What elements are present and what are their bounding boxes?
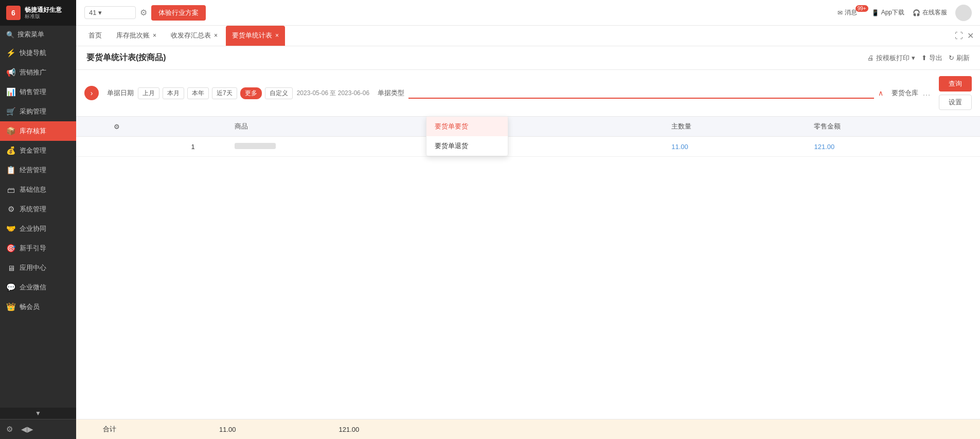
sidebar-item-system[interactable]: ⚙ 系统管理 <box>0 199 76 219</box>
dropdown-item-return-goods[interactable]: 要货单退货 <box>426 136 508 156</box>
table-settings-icon[interactable]: ⚙ <box>114 123 120 131</box>
sidebar-item-inventory[interactable]: 📦 库存核算 <box>0 121 76 141</box>
query-button[interactable]: 查询 <box>939 76 972 92</box>
sidebar-item-marketing[interactable]: 📢 营销推广 <box>0 63 76 82</box>
table-footer: 合计 11.00 121.00 <box>76 419 980 439</box>
table-body: 1 块 11.00 121.00 <box>76 137 980 157</box>
sidebar-item-purchase[interactable]: 🛒 采购管理 <box>0 102 76 121</box>
settings-icon[interactable]: ⚙ <box>6 425 13 434</box>
sidebar-item-finance[interactable]: 💰 资金管理 <box>0 141 76 160</box>
tab-maximize-icon[interactable]: ⛶ <box>955 31 963 41</box>
tab-collect-summary[interactable]: 收发存汇总表 × <box>165 26 224 46</box>
date-quick-btns: 上月 本月 本年 近7天 更多 自定义 <box>138 87 293 99</box>
row-qty-cell: 11.00 <box>665 137 808 157</box>
dropdown-item-request-goods[interactable]: 要货单要货 <box>426 117 508 136</box>
appstore-icon: 🖥 <box>6 264 15 272</box>
sidebar-item-wechat[interactable]: 💬 企业微信 <box>0 278 76 297</box>
footer-amount: 121.00 <box>339 426 360 433</box>
sidebar-item-quick-nav[interactable]: ⚡ 快捷导航 <box>0 43 76 63</box>
date-custom-btn[interactable]: 自定义 <box>265 87 293 99</box>
online-service-item[interactable]: 🎧 在线客服 <box>913 8 947 17</box>
sidebar-bottom: ⚙ ◀▶ <box>0 419 76 439</box>
date-btn-this-month[interactable]: 本月 <box>163 87 184 99</box>
branch-selector[interactable]: 41 ▾ <box>84 6 136 19</box>
app-logo-icon: 6 <box>6 6 21 20</box>
app-logo-text: 畅捷通好生意 标准版 <box>25 6 62 20</box>
system-icon: ⚙ <box>6 205 15 214</box>
chevron-down-icon: ▾ <box>98 9 102 16</box>
footer-label: 合计 <box>82 425 116 434</box>
product-placeholder <box>235 143 276 149</box>
sidebar-item-appstore[interactable]: 🖥 应用中心 <box>0 258 76 278</box>
col-header-gear[interactable]: ⚙ <box>76 117 157 137</box>
sidebar-search[interactable]: 🔍 搜索菜单 <box>0 26 76 43</box>
footer-qty: 11.00 <box>219 426 236 433</box>
tabs-actions: ⛶ ✕ <box>955 31 974 41</box>
page-content: 要货单统计表(按商品) 🖨 按模板打印 ▾ ⬆ 导出 ↻ 刷新 <box>76 46 980 439</box>
purchase-icon: 🛒 <box>6 107 15 116</box>
type-filter-label: 单据类型 <box>378 88 404 98</box>
sidebar-item-sales[interactable]: 📊 销售管理 <box>0 82 76 102</box>
filter-bar: › 单据日期 上月 本月 本年 近7天 更多 自定义 2023-05-06 至 … <box>76 70 980 117</box>
guide-icon: 🎯 <box>6 244 15 253</box>
tab-request-summary[interactable]: 要货单统计表 × <box>226 26 285 46</box>
date-btn-last-month[interactable]: 上月 <box>138 87 159 99</box>
tab-close-inventory-batch[interactable]: × <box>153 32 156 39</box>
page-header-actions: 🖨 按模板打印 ▾ ⬆ 导出 ↻ 刷新 <box>867 53 970 69</box>
page-header: 要货单统计表(按商品) 🖨 按模板打印 ▾ ⬆ 导出 ↻ 刷新 <box>76 46 980 70</box>
row-gear-cell <box>76 137 157 157</box>
wechat-icon: 💬 <box>6 283 15 292</box>
search-icon: 🔍 <box>6 31 14 39</box>
set-button[interactable]: 设置 <box>939 95 972 110</box>
message-item[interactable]: ✉ 消息 99+ <box>838 8 863 17</box>
user-avatar[interactable] <box>955 5 972 21</box>
date-filter-label: 单据日期 <box>107 88 134 98</box>
warehouse-filter-label: 要货仓库 <box>892 88 918 98</box>
inventory-icon: 📦 <box>6 126 15 136</box>
main-content: 41 ▾ ⚙ 体验行业方案 ✉ 消息 99+ 📱 App下载 🎧 在线客服 <box>76 0 980 439</box>
data-table: ⚙ 商品 主计量单位 主数量 零售金额 1 <box>76 117 980 157</box>
col-header-index <box>157 117 228 137</box>
tab-inventory-batch[interactable]: 库存批次账 × <box>110 26 163 46</box>
sidebar-item-enterprise[interactable]: 🤝 企业协同 <box>0 219 76 239</box>
col-header-qty: 主数量 <box>665 117 808 137</box>
print-button[interactable]: 🖨 按模板打印 ▾ <box>867 53 915 63</box>
member-icon: 👑 <box>6 302 15 312</box>
tab-close-all-icon[interactable]: ✕ <box>967 31 974 41</box>
date-btn-more[interactable]: 更多 <box>240 87 262 99</box>
refresh-button[interactable]: ↻ 刷新 <box>949 53 970 63</box>
refresh-icon: ↻ <box>949 54 954 62</box>
app-download-item[interactable]: 📱 App下载 <box>871 8 904 17</box>
table-container: ⚙ 商品 主计量单位 主数量 零售金额 1 <box>76 117 980 419</box>
date-btn-this-year[interactable]: 本年 <box>187 87 209 99</box>
sidebar-item-guide[interactable]: 🎯 新手引导 <box>0 239 76 258</box>
topbar-left: 41 ▾ ⚙ 体验行业方案 <box>84 5 831 21</box>
sidebar-item-operation[interactable]: 📋 经营管理 <box>0 160 76 180</box>
tab-close-request-summary[interactable]: × <box>275 32 279 39</box>
trial-industry-button[interactable]: 体验行业方案 <box>151 5 206 21</box>
marketing-icon: 📢 <box>6 68 15 77</box>
basic-icon: 🗃 <box>6 186 15 194</box>
date-filter-group: 单据日期 上月 本月 本年 近7天 更多 自定义 2023-05-06 至 20… <box>107 87 369 99</box>
sidebar-item-member[interactable]: 👑 畅会员 <box>0 297 76 317</box>
type-filter-input[interactable] <box>408 88 874 99</box>
sidebar-scroll-down[interactable]: ▼ <box>0 408 76 419</box>
topbar-settings-icon[interactable]: ⚙ <box>140 8 147 17</box>
export-button[interactable]: ⬆ 导出 <box>921 53 942 63</box>
page-title: 要货单统计表(按商品) <box>86 52 166 69</box>
collapse-icon[interactable]: ◀▶ <box>21 425 33 434</box>
row-amount-cell: 121.00 <box>808 137 980 157</box>
print-icon: 🖨 <box>867 54 874 62</box>
tabs-bar: 首页 库存批次账 × 收发存汇总表 × 要货单统计表 × ⛶ ✕ <box>76 26 980 46</box>
sales-icon: 📊 <box>6 87 15 97</box>
sidebar: 6 畅捷通好生意 标准版 🔍 搜索菜单 ⚡ 快捷导航 📢 营销推广 📊 销售管理… <box>0 0 76 439</box>
filter-expand-button[interactable]: › <box>84 86 99 100</box>
tab-home[interactable]: 首页 <box>82 26 108 46</box>
tab-close-collect-summary[interactable]: × <box>214 32 218 39</box>
date-btn-last-7-days[interactable]: 近7天 <box>212 87 237 99</box>
print-chevron-icon: ▾ <box>912 54 915 62</box>
date-range-text: 2023-05-06 至 2023-06-06 <box>297 89 369 98</box>
sidebar-item-basic[interactable]: 🗃 基础信息 <box>0 180 76 199</box>
warehouse-filter-more-icon[interactable]: … <box>922 88 931 98</box>
type-filter-chevron-icon[interactable]: ∧ <box>878 89 883 97</box>
